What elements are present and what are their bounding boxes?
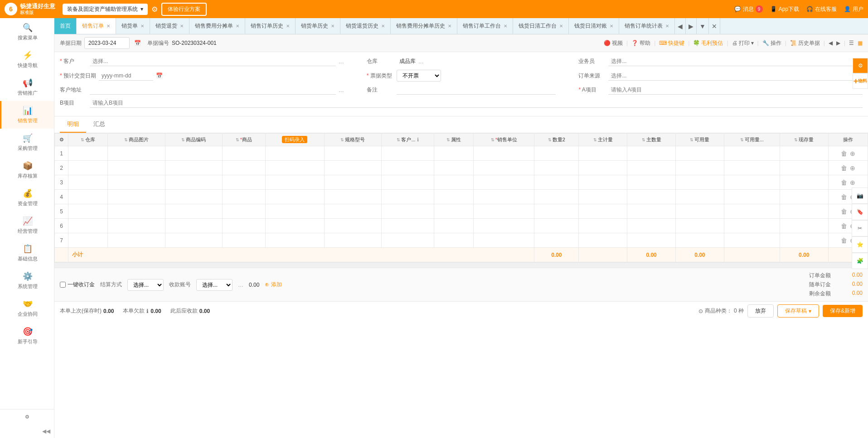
row-4-spec[interactable] (324, 190, 381, 204)
tab-sales-refund[interactable]: 销货退货 ✕ (150, 18, 189, 34)
tab-invoice-history[interactable]: 销货单历史 ✕ (296, 18, 340, 34)
tab-next-button[interactable]: ▶ (686, 18, 697, 34)
tab-sales-order[interactable]: 销售订单 ✕ (77, 18, 116, 34)
shortcut-link[interactable]: ⌨ 快捷键 (659, 39, 684, 47)
row-6-delete-icon[interactable]: 🗑 (841, 222, 847, 230)
row-4-main-qty[interactable] (627, 190, 676, 204)
tab-receivable-balance[interactable]: 钱货日清对账 ✕ (569, 18, 619, 34)
tab-order-workbench[interactable]: 销售订单工作台 ✕ (457, 18, 513, 34)
warehouse-dots-icon[interactable]: … (418, 58, 424, 65)
row-7-delete-icon[interactable]: 🗑 (841, 237, 847, 244)
table-view-btn[interactable]: ▦ (858, 40, 863, 46)
list-view-btn[interactable]: ☰ (849, 40, 854, 46)
invoice-type-select[interactable]: 不开票 增值税发票 (397, 70, 441, 82)
tab-sales-stats-close[interactable]: ✕ (665, 24, 669, 29)
tab-order-history-close[interactable]: ✕ (286, 24, 290, 29)
tab-sales-stats[interactable]: 销售订单统计表 ✕ (619, 18, 675, 34)
row-6-warehouse[interactable] (68, 219, 108, 233)
row-2-spec[interactable] (324, 161, 381, 175)
address-dots-icon[interactable]: … (339, 87, 344, 93)
row-6-attribute[interactable] (434, 219, 474, 233)
date-input[interactable] (84, 37, 130, 49)
row-4-qty2[interactable] (534, 190, 579, 204)
help-link[interactable]: ❓ 帮助 (631, 39, 650, 47)
sidebar-item-system[interactable]: ⚙️ 系统管理 (0, 267, 54, 294)
row-2-attribute[interactable] (434, 161, 474, 175)
sidebar-item-guide[interactable]: 🎯 新手引导 (0, 322, 54, 350)
online-service-item[interactable]: 🎧 在线客服 (806, 5, 837, 13)
tab-invoice-history-close[interactable]: ✕ (331, 24, 335, 29)
row-5-delete-icon[interactable]: 🗑 (841, 208, 847, 215)
one-click-checkbox[interactable] (60, 282, 66, 288)
float-btn-1[interactable]: 📷 (852, 188, 868, 204)
sidebar-collapse-button[interactable]: ◀◀ (0, 424, 54, 438)
sub-tab-detail[interactable]: 明细 (60, 116, 86, 133)
discard-button[interactable]: 放弃 (747, 304, 774, 318)
tab-fee-split-close[interactable]: ✕ (236, 24, 239, 29)
delivery-date-input[interactable] (99, 71, 153, 81)
col-settings[interactable]: ⚙ (55, 134, 68, 146)
add-payment-button[interactable]: ⊕ 添加 (265, 281, 281, 289)
tab-refund-history[interactable]: 销货退货历史 ✕ (340, 18, 391, 34)
tab-order-workbench-close[interactable]: ✕ (504, 24, 507, 29)
row-6-product-code[interactable] (165, 219, 222, 233)
float-btn-3[interactable]: ✂ (852, 220, 868, 236)
row-5-customer-ref[interactable] (382, 204, 434, 219)
tab-sales-refund-close[interactable]: ✕ (180, 24, 184, 29)
row-2-customer-ref[interactable] (382, 161, 434, 175)
row-1-attribute[interactable] (434, 146, 474, 161)
row-4-attribute[interactable] (434, 190, 474, 204)
profit-link[interactable]: 🍀 毛利预估 (693, 39, 723, 47)
save-draft-button[interactable]: 保存草稿 ▾ (777, 304, 819, 318)
float-btn-4[interactable]: ⭐ (852, 236, 868, 253)
row-3-delete-icon[interactable]: 🗑 (841, 179, 847, 186)
sidebar-item-purchase[interactable]: 🛒 采购管理 (0, 129, 54, 156)
sub-tab-summary[interactable]: 汇总 (86, 116, 112, 133)
row-4-sales-unit[interactable] (474, 190, 534, 204)
tab-receivable-balance-close[interactable]: ✕ (610, 24, 613, 29)
row-6-sales-unit[interactable] (474, 219, 534, 233)
row-2-product[interactable] (222, 161, 265, 175)
row-6-qty2[interactable] (534, 219, 579, 233)
scan-entry-button[interactable]: 扫码录入 (282, 136, 307, 143)
project-b-input[interactable] (90, 98, 863, 108)
row-2-qty2[interactable] (534, 161, 579, 175)
row-3-spec[interactable] (324, 175, 381, 190)
row-3-product-code[interactable] (165, 175, 222, 190)
tab-sales-return[interactable]: 销货单 ✕ (116, 18, 150, 34)
user-item[interactable]: 👤 用户 (844, 5, 863, 13)
row-4-product[interactable] (222, 190, 265, 204)
row-2-warehouse[interactable] (68, 161, 108, 175)
nav-prev[interactable]: ◀ (829, 40, 833, 46)
tab-close-all-button[interactable]: ✕ (709, 18, 720, 34)
operation-link[interactable]: 🔧 操作 (762, 39, 781, 47)
sidebar-item-search[interactable]: 🔍 搜索菜单 (0, 18, 54, 46)
row-1-qty2[interactable] (534, 146, 579, 161)
sidebar-item-operations[interactable]: 📈 经营管理 (0, 212, 54, 239)
row-1-warehouse[interactable] (68, 146, 108, 161)
row-3-qty2[interactable] (534, 175, 579, 190)
row-2-copy-icon[interactable]: ⊕ (850, 164, 855, 172)
row-5-sales-unit[interactable] (474, 204, 534, 219)
tab-sales-return-close[interactable]: ✕ (141, 24, 144, 29)
float-btn-2[interactable]: 🔖 (852, 204, 868, 220)
row-6-product[interactable] (222, 219, 265, 233)
row-3-product[interactable] (222, 175, 265, 190)
row-3-sales-unit[interactable] (474, 175, 534, 190)
row-7-warehouse[interactable] (68, 233, 108, 248)
note-input[interactable] (397, 85, 556, 95)
row-5-qty2[interactable] (534, 204, 579, 219)
calendar-icon[interactable]: 📅 (132, 40, 143, 46)
sidebar-item-base-info[interactable]: 📋 基础信息 (0, 239, 54, 267)
row-6-main-qty[interactable] (627, 219, 676, 233)
solution-button[interactable]: 体验行业方案 (161, 3, 207, 16)
row-7-main-qty[interactable] (627, 233, 676, 248)
tab-receivable-daily[interactable]: 钱货日清工作台 ✕ (513, 18, 569, 34)
row-3-attribute[interactable] (434, 175, 474, 190)
row-7-attribute[interactable] (434, 233, 474, 248)
row-3-warehouse[interactable] (68, 175, 108, 190)
row-3-main-qty[interactable] (627, 175, 676, 190)
row-1-delete-icon[interactable]: 🗑 (841, 150, 847, 157)
save-new-button[interactable]: 保存&新增 (823, 305, 863, 317)
row-4-delete-icon[interactable]: 🗑 (841, 193, 847, 201)
